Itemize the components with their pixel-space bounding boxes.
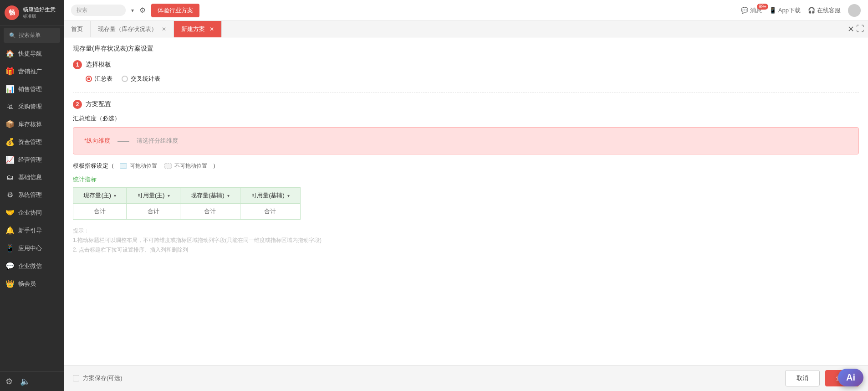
section1-title: 选择模板 xyxy=(86,61,111,69)
radio-cross-label: 交叉统计表 xyxy=(131,75,160,83)
sidebar-item-label: 快捷导航 xyxy=(18,50,42,58)
app-version: 标准版 xyxy=(23,13,56,20)
sidebar-item-label: 企业微信 xyxy=(18,262,42,270)
app-download-button[interactable]: 📱 App下载 xyxy=(769,6,801,15)
section1-header: 1 选择模板 xyxy=(73,60,859,69)
legend-fixed-label: 不可拖动位置 xyxy=(174,162,207,170)
sidebar-item-label: 应用中心 xyxy=(18,244,42,252)
page-title: 现存量(库存状况表)方案设置 xyxy=(73,45,859,53)
sidebar-item-quick-nav[interactable]: 🏠 快捷导航 xyxy=(0,45,64,62)
sidebar-item-system[interactable]: ⚙ 系统管理 xyxy=(0,186,64,204)
radio-cross-circle[interactable] xyxy=(122,76,128,82)
cancel-button[interactable]: 取消 xyxy=(785,370,820,386)
save-option-label: 方案保存(可选) xyxy=(83,374,123,382)
service-button[interactable]: 🎧 在线客服 xyxy=(808,6,841,15)
sidebar-item-app-center[interactable]: 📱 应用中心 xyxy=(0,239,64,257)
th-available-aux-label: 可用量(基辅) xyxy=(251,191,285,200)
tab-inventory-label: 现存量（库存状况表） xyxy=(98,25,157,33)
sidebar-item-label: 销售管理 xyxy=(18,85,42,93)
template-options: 汇总表 交叉统计表 xyxy=(86,75,859,83)
message-button[interactable]: 💬 消息 99+ xyxy=(741,6,762,15)
folder-icon: 🗂 xyxy=(5,173,15,181)
dimension-placeholder[interactable]: 请选择分组维度 xyxy=(137,137,178,145)
trial-button[interactable]: 体验行业方案 xyxy=(151,4,199,17)
mobile-icon: 📱 xyxy=(5,244,15,252)
legend-draggable: 可拖动位置 xyxy=(120,162,157,170)
main-area: 搜索 ▾ ⚙ 体验行业方案 💬 消息 99+ 📱 App下载 🎧 在线客服 xyxy=(64,0,868,391)
tab-new-scheme-label: 新建方案 xyxy=(181,25,205,33)
sidebar-item-finance[interactable]: 💰 资金管理 xyxy=(0,133,64,151)
tab-inventory-status[interactable]: 现存量（库存状况表） ✕ xyxy=(91,21,174,37)
stats-title: 统计指标 xyxy=(73,175,859,184)
headset-icon: 🎧 xyxy=(808,7,815,14)
bottom-bar: 方案保存(可选) 取消 查询 xyxy=(64,365,868,391)
gear-icon: ⚙ xyxy=(5,190,15,199)
tip-2-text: 2. 点击标题栏下拉可设置排序、插入列和删除列 xyxy=(73,247,188,253)
td-available-main-sum: 合计 xyxy=(127,204,180,220)
sidebar-item-inventory[interactable]: 📦 库存核算 xyxy=(0,115,64,133)
main-content: 现存量(库存状况表)方案设置 1 选择模板 汇总表 交叉统计表 xyxy=(64,37,868,365)
settings-bottom-icon[interactable]: ⚙ xyxy=(5,376,13,386)
th-current-main-label: 现存量(主) xyxy=(83,191,111,200)
tabs-controls: ✕ ⛶ xyxy=(844,24,868,34)
radio-summary-label: 汇总表 xyxy=(95,75,112,83)
radio-summary-circle[interactable] xyxy=(86,76,92,82)
th-current-aux: 现存量(基辅) ▾ xyxy=(180,188,240,204)
ai-button[interactable]: Ai xyxy=(838,369,863,386)
indicator-legend: 可拖动位置 不可拖动位置 xyxy=(120,162,207,170)
sidebar-item-member[interactable]: 👑 畅会员 xyxy=(0,275,64,293)
sidebar-item-base-info[interactable]: 🗂 基础信息 xyxy=(0,169,64,186)
dimension-dash: —— xyxy=(117,138,129,144)
phone-icon: 📱 xyxy=(769,7,776,14)
sidebar-nav: 🔍 搜索菜单 🏠 快捷导航 🎁 营销推广 📊 销售管理 🛍 采购管理 📦 库存核… xyxy=(0,26,64,371)
sidebar-item-enterprise-wechat[interactable]: 💬 企业微信 xyxy=(0,257,64,275)
sidebar-item-new-guide[interactable]: 🔔 新手引导 xyxy=(0,221,64,239)
radio-summary[interactable]: 汇总表 xyxy=(86,75,112,83)
crown-icon: 👑 xyxy=(5,279,15,288)
message-icon: 💬 xyxy=(741,7,748,14)
radio-cross[interactable]: 交叉统计表 xyxy=(122,75,160,83)
sidebar-item-purchase[interactable]: 🛍 采购管理 xyxy=(0,98,64,115)
section2-title: 方案配置 xyxy=(86,100,111,108)
sidebar-item-label: 资金管理 xyxy=(18,138,42,146)
topbar-gear-icon[interactable]: ⚙ xyxy=(139,6,146,15)
user-avatar[interactable] xyxy=(848,4,861,17)
sidebar-item-operations[interactable]: 📈 经营管理 xyxy=(0,151,64,169)
sidebar-item-label: 畅会员 xyxy=(18,280,36,288)
fixed-box xyxy=(164,163,172,169)
indicator-config-suffix: ） xyxy=(213,162,219,170)
th-available-main-label: 可用量(主) xyxy=(137,191,165,200)
th-current-main-dropdown[interactable]: ▾ xyxy=(114,193,116,198)
dimension-required: *纵向维度 xyxy=(84,137,110,145)
dimension-row: *纵向维度 —— 请选择分组维度 xyxy=(84,137,848,145)
tab-new-scheme[interactable]: 新建方案 ✕ xyxy=(174,21,222,37)
tab-inventory-close[interactable]: ✕ xyxy=(162,26,166,32)
money-icon: 💰 xyxy=(5,138,15,146)
save-checkbox[interactable] xyxy=(73,375,79,381)
sidebar-item-sales[interactable]: 📊 销售管理 xyxy=(0,80,64,98)
indicator-config: 模板指标设定（ 可拖动位置 不可拖动位置 ） xyxy=(73,162,859,170)
tab-close-all-icon[interactable]: ✕ xyxy=(848,24,854,34)
sidebar-item-enterprise[interactable]: 🤝 企业协同 xyxy=(0,204,64,221)
section2-header: 2 方案配置 xyxy=(73,100,859,109)
tips-title: 提示： xyxy=(73,227,859,235)
tab-new-scheme-close[interactable]: ✕ xyxy=(209,26,214,32)
th-current-aux-dropdown[interactable]: ▾ xyxy=(227,193,230,198)
topbar-dropdown-icon[interactable]: ▾ xyxy=(131,7,134,14)
th-current-aux-label: 现存量(基辅) xyxy=(191,191,225,200)
th-available-main-dropdown[interactable]: ▾ xyxy=(168,193,170,198)
tab-expand-icon[interactable]: ⛶ xyxy=(856,24,864,34)
tab-home[interactable]: 首页 xyxy=(64,21,91,37)
th-available-main: 可用量(主) ▾ xyxy=(127,188,180,204)
sidebar-item-label: 企业协同 xyxy=(18,209,42,217)
sidebar-search[interactable]: 🔍 搜索菜单 xyxy=(4,28,60,43)
tab-home-label: 首页 xyxy=(71,25,83,33)
td-current-aux-sum: 合计 xyxy=(180,204,240,220)
table-row: 合计 合计 合计 合计 xyxy=(73,204,301,220)
sidebar-search-label: 搜索菜单 xyxy=(19,31,41,39)
sidebar-item-marketing[interactable]: 🎁 营销推广 xyxy=(0,62,64,80)
sound-icon[interactable]: 🔈 xyxy=(20,376,30,386)
th-available-aux-dropdown[interactable]: ▾ xyxy=(287,193,290,198)
section1-number: 1 xyxy=(73,60,82,69)
topbar-search-box[interactable]: 搜索 xyxy=(71,5,126,16)
